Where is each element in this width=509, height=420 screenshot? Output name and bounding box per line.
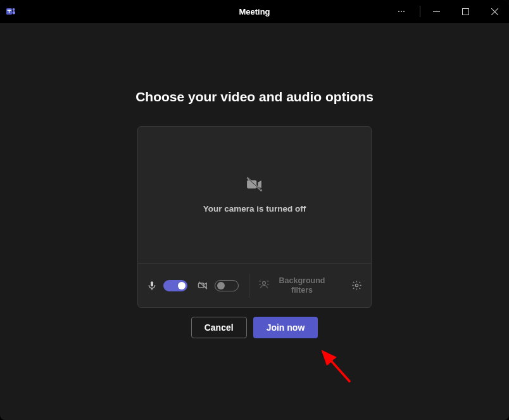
action-buttons: Cancel Join now xyxy=(191,317,318,338)
svg-rect-4 xyxy=(13,11,16,15)
camera-off-label: Your camera is turned off xyxy=(203,204,306,213)
svg-rect-9 xyxy=(462,8,468,15)
microphone-toggle[interactable] xyxy=(163,280,187,291)
more-options-button[interactable] xyxy=(387,0,416,23)
maximize-button[interactable] xyxy=(451,0,480,23)
svg-point-6 xyxy=(401,11,402,12)
device-settings-button[interactable] xyxy=(351,280,362,291)
svg-point-23 xyxy=(355,284,358,286)
cancel-button[interactable]: Cancel xyxy=(191,317,247,338)
background-filters-button[interactable]: Background filters xyxy=(258,276,327,295)
controls-separator xyxy=(249,274,249,298)
background-filters-icon xyxy=(258,279,270,293)
titlebar-controls xyxy=(387,0,509,23)
teams-app-icon xyxy=(5,6,16,17)
page-heading: Choose your video and audio options xyxy=(135,89,374,105)
video-preview-card: Your camera is turned off xyxy=(137,126,372,308)
video-preview-area: Your camera is turned off xyxy=(138,127,371,263)
svg-point-5 xyxy=(398,11,399,12)
titlebar: Meeting xyxy=(0,0,509,23)
svg-rect-15 xyxy=(151,288,152,290)
svg-point-18 xyxy=(263,281,266,284)
svg-rect-2 xyxy=(9,10,9,13)
minimize-button[interactable] xyxy=(422,0,451,23)
background-filters-label: Background filters xyxy=(277,276,327,295)
svg-point-3 xyxy=(13,8,15,11)
device-controls-bar: Background filters xyxy=(138,263,371,307)
svg-rect-14 xyxy=(151,281,153,286)
app-window: Meeting Choose your video and audio opti… xyxy=(0,0,509,420)
camera-icon xyxy=(198,280,208,291)
microphone-icon xyxy=(147,281,157,291)
prejoin-content: Choose your video and audio options Your… xyxy=(0,23,509,420)
titlebar-separator xyxy=(420,6,420,17)
camera-off-icon xyxy=(246,176,263,195)
close-button[interactable] xyxy=(480,0,509,23)
svg-point-7 xyxy=(403,11,405,12)
svg-rect-8 xyxy=(433,11,440,12)
join-now-button[interactable]: Join now xyxy=(253,317,318,338)
camera-toggle[interactable] xyxy=(215,280,239,291)
